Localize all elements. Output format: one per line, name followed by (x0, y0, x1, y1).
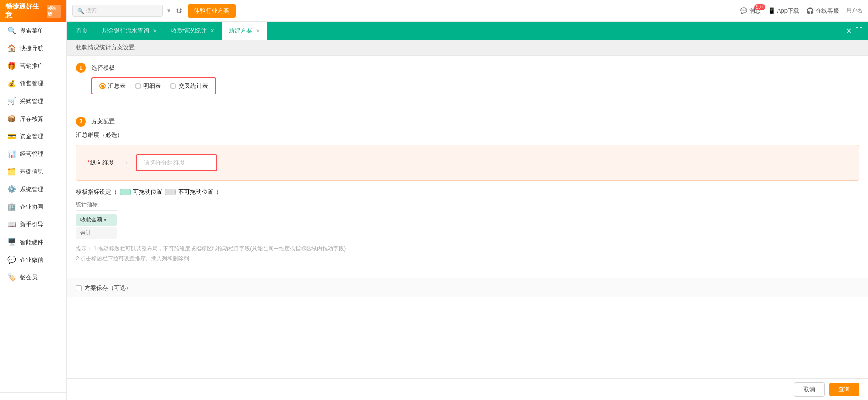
tab-bank-flow-close-icon[interactable]: ✕ (153, 28, 157, 34)
sidebar-item-operation[interactable]: 📊经营管理 (0, 145, 66, 163)
radio-detail[interactable]: 明细表 (135, 82, 161, 90)
sidebar-item-enterprise[interactable]: 🏢企业协同 (0, 198, 66, 216)
industry-btn[interactable]: 体验行业方案 (188, 4, 236, 18)
sidebar-item-hardware[interactable]: 🖥️智能硬件 (0, 233, 66, 251)
tabbar-actions: ✕ ⛶ (846, 27, 866, 35)
radio-summary-circle (99, 83, 106, 89)
search-menu-icon: 🔍 (7, 26, 16, 35)
tab-collection-stats[interactable]: 收款情况统计✕ (164, 22, 222, 40)
sidebar-item-wechat[interactable]: 💬企业微信 (0, 251, 66, 268)
purchase-label: 采购管理 (20, 97, 43, 105)
sidebar-item-marketing[interactable]: 🎁营销推广 (0, 57, 66, 75)
radio-cross-label: 交叉统计表 (179, 82, 208, 90)
username-display: 用户名 (846, 7, 863, 14)
search-icon: 🔍 (77, 8, 84, 14)
legend-fixed: 不可拖动位置 (165, 188, 213, 196)
breadcrumb: 收款情况统计方案设置 (67, 40, 868, 56)
sidebar-item-member[interactable]: 🏷️畅会员 (0, 268, 66, 286)
marketing-icon: 🎁 (7, 61, 16, 70)
indicator-settings: 模板指标设定（ 可拖动位置 不可拖动位置 ） 统计指标 (76, 188, 859, 239)
dimension-title-text: 汇总维度（必选） (76, 132, 123, 138)
step1-section: 1 选择模板 汇总表 明细表 交叉统计表 (67, 56, 868, 109)
logo-text: 畅捷通好生意 (5, 2, 45, 19)
tab-new-plan-label: 新建方案 (229, 27, 252, 35)
arrow-right-icon: → (121, 159, 128, 167)
chip-label: 收款金额 (80, 216, 102, 224)
finance-label: 资金管理 (20, 132, 43, 141)
breadcrumb-text: 收款情况统计方案设置 (76, 44, 135, 51)
service-action[interactable]: 🎧 在线客服 (807, 7, 839, 15)
hardware-icon: 🖥️ (7, 238, 16, 246)
legend-fixed-label: 不可拖动位置 (178, 188, 213, 196)
member-icon: 🏷️ (7, 273, 16, 282)
topbar-dropdown-arrow[interactable]: ▾ (167, 7, 170, 14)
step2-row: 2 方案配置 (76, 117, 859, 127)
download-action[interactable]: 📱 App下载 (768, 7, 799, 15)
tab-bank-flow-label: 现金银行流水查询 (102, 27, 149, 35)
sidebar-bottom (0, 392, 66, 400)
stats-group: 统计指标 收款金额 ▾ 合计 (76, 201, 117, 239)
wechat-icon: 💬 (7, 255, 16, 264)
sidebar-item-search-menu[interactable]: 🔍搜索菜单 (0, 22, 66, 39)
step1-label: 选择模板 (91, 64, 115, 72)
sidebar-item-purchase[interactable]: 🛒采购管理 (0, 92, 66, 110)
tab-home-label: 首页 (76, 27, 88, 35)
sidebar-item-finance[interactable]: 💳资金管理 (0, 127, 66, 145)
main-area: 🔍 搜索 ▾ ⚙ 体验行业方案 💬 消息 99+ 📱 App下载 🎧 在线客服 … (67, 0, 868, 400)
tab-home[interactable]: 首页 (69, 22, 95, 40)
tips-area: 提示： 1.拖动标题栏可以调整布局，不可跨维度或指标区域拖动栏目字段(只能在同一… (76, 244, 859, 264)
quick-nav-icon: 🏠 (7, 44, 16, 52)
download-icon: 📱 (768, 7, 775, 14)
system-icon: ⚙️ (7, 185, 16, 193)
hardware-label: 智能硬件 (20, 238, 43, 246)
sidebar-item-newbie[interactable]: 📖新手引导 (0, 216, 66, 233)
indicator-title-row: 模板指标设定（ 可拖动位置 不可拖动位置 ） (76, 188, 859, 196)
service-label: 在线客服 (816, 7, 839, 15)
system-label: 系统管理 (20, 185, 43, 193)
sidebar-item-quick-nav[interactable]: 🏠快捷导航 (0, 39, 66, 57)
service-icon: 🎧 (807, 7, 814, 14)
sidebar-item-inventory[interactable]: 📦库存核算 (0, 110, 66, 127)
tab-maximize-icon[interactable]: ⛶ (855, 27, 863, 35)
tab-new-plan[interactable]: 新建方案✕ (222, 22, 267, 40)
sales-label: 销售管理 (20, 80, 43, 88)
basic-icon: 🗂️ (7, 167, 16, 176)
tab-collection-stats-close-icon[interactable]: ✕ (210, 28, 214, 34)
radio-cross[interactable]: 交叉统计表 (170, 82, 208, 90)
stats-group-label: 统计指标 (76, 201, 117, 211)
tab-close-all-icon[interactable]: ✕ (846, 27, 852, 35)
dimension-area: *纵向维度 → 请选择分组维度 (76, 145, 859, 181)
step2-label: 方案配置 (91, 118, 115, 126)
search-box[interactable]: 🔍 搜索 (72, 5, 163, 17)
template-options-box: 汇总表 明细表 交叉统计表 (91, 77, 216, 94)
tabbar: 首页现金银行流水查询✕收款情况统计✕新建方案✕ ✕ ⛶ (67, 22, 868, 40)
topbar-right: 💬 消息 99+ 📱 App下载 🎧 在线客服 用户名 (740, 7, 863, 15)
message-action[interactable]: 💬 消息 99+ (740, 7, 761, 15)
sidebar-item-sales[interactable]: 💰销售管理 (0, 75, 66, 92)
member-label: 畅会员 (20, 273, 38, 282)
wechat-label: 企业微信 (20, 256, 43, 264)
newbie-label: 新手引导 (20, 221, 43, 229)
gear-icon[interactable]: ⚙ (176, 6, 182, 15)
cancel-button[interactable]: 取消 (794, 382, 825, 397)
content-inner: 收款情况统计方案设置 1 选择模板 汇总表 明细表 (67, 40, 868, 378)
inventory-icon: 📦 (7, 114, 16, 123)
search-menu-label: 搜索菜单 (20, 27, 43, 35)
save-plan-text: 方案保存（可选） (85, 284, 132, 292)
save-plan-label[interactable]: 方案保存（可选） (76, 284, 132, 292)
dimension-select[interactable]: 请选择分组维度 (136, 154, 217, 171)
sidebar-item-system[interactable]: ⚙️系统管理 (0, 180, 66, 198)
content-area: 收款情况统计方案设置 1 选择模板 汇总表 明细表 (67, 40, 868, 378)
tab-new-plan-close-icon[interactable]: ✕ (256, 28, 260, 34)
tab-bank-flow[interactable]: 现金银行流水查询✕ (95, 22, 164, 40)
inventory-label: 库存核算 (20, 115, 43, 123)
radio-cross-circle (170, 83, 176, 89)
radio-summary[interactable]: 汇总表 (99, 82, 126, 90)
sidebar: 畅捷通好生意 标准版 🔍搜索菜单🏠快捷导航🎁营销推广💰销售管理🛒采购管理📦库存核… (0, 0, 67, 400)
version-tag: 标准版 (47, 5, 61, 18)
stat-chip-collection[interactable]: 收款金额 ▾ (76, 214, 117, 226)
message-icon: 💬 (740, 7, 747, 14)
query-button[interactable]: 查询 (829, 383, 859, 396)
save-plan-checkbox[interactable] (76, 285, 82, 291)
sidebar-item-basic[interactable]: 🗂️基础信息 (0, 163, 66, 180)
